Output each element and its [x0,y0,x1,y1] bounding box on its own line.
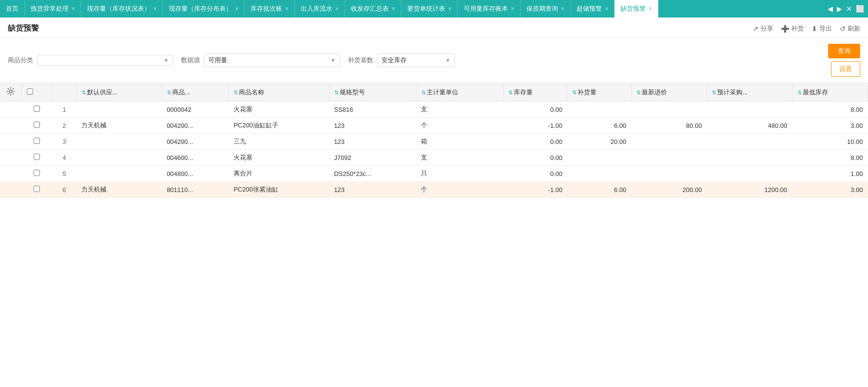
tab-item-available[interactable]: 可用量库存账本× [458,0,521,18]
row-name: 火花塞 [229,150,329,166]
select-all-checkbox[interactable] [27,88,33,95]
export-action[interactable]: ⬇导出 [812,24,832,33]
row-number: 1 [52,102,76,118]
filter-bar: 商品分类 ▼ 数据源 可用量 ▼ 补货基数 安全库存 ▼ 查询 设置 [0,38,868,83]
row-code: 004800... [162,166,229,182]
col-header-estimated[interactable]: ⇅预计采购... [707,83,792,102]
export-icon: ⬇ [812,25,817,33]
tab-close-available[interactable]: × [511,5,514,12]
row-stock: -1.00 [504,182,567,198]
tab-close-inventory-dist[interactable]: × [235,5,238,12]
row-checkbox[interactable] [34,106,40,112]
row-supplier [76,150,162,166]
row-unit: 支 [416,102,503,118]
share-action[interactable]: ↗分享 [753,24,773,33]
page-content: 缺货预警 ↗分享➕补货⬇导出↺刷新 商品分类 ▼ 数据源 可用量 ▼ 补货基数 … [0,18,868,387]
tab-item-overstock[interactable]: 超储预警× [571,0,615,18]
row-checkbox[interactable] [34,154,40,160]
replenish-label: 补货基数 [348,56,373,65]
row-checkbox-cell[interactable] [21,102,52,118]
col-header-min_stock[interactable]: ⇅最低库存 [792,83,868,102]
row-checkbox-cell[interactable] [21,182,52,198]
replenish-select[interactable]: 安全库存 ▼ [377,53,455,67]
tab-item-exception[interactable]: 拣货异常处理× [25,0,81,18]
share-label: 分享 [760,24,773,33]
row-estimated [707,166,792,182]
col-header-supplier[interactable]: ⇅默认供应... [76,83,162,102]
tab-navigation: ◀ ▶ ✕ ⬜ [824,5,868,13]
row-number: 5 [52,166,76,182]
tab-item-inventory-status[interactable]: 现存量（库存状况表）× [81,0,163,18]
row-checkbox-cell[interactable] [21,150,52,166]
row-checkbox-cell[interactable] [21,134,52,150]
tab-close-expiry[interactable]: × [561,5,564,12]
tab-close-all-button[interactable]: ✕ [844,5,854,13]
col-label-latest_price: 最新进价 [642,88,667,96]
row-stock: 0.00 [504,166,567,182]
row-estimated: 480.00 [707,118,792,134]
tab-close-requisition[interactable]: × [448,5,452,12]
row-checkbox[interactable] [34,186,40,192]
row-min-stock: 3.00 [792,118,868,134]
row-latest-price [631,166,706,182]
table-header-row: ⇅默认供应...⇅商品...⇅商品名称⇅规格型号⇅主计量单位⇅库存量⇅补货量⇅最… [0,83,868,102]
row-latest-price [631,134,706,150]
col-header-code[interactable]: ⇅商品... [162,83,229,102]
refresh-icon: ↺ [840,25,846,33]
tab-close-shortage[interactable]: × [649,5,652,12]
tab-item-requisition[interactable]: 要货单统计表× [401,0,458,18]
col-label-estimated: 预计采购... [717,88,748,96]
tab-item-inventory-dist[interactable]: 现存量（库存分布表）× [163,0,245,18]
datasource-select[interactable]: 可用量 ▼ [204,53,340,67]
row-checkbox-cell[interactable] [21,166,52,182]
row-number: 6 [52,182,76,198]
table-row: 4004600...火花塞J7092支0.008.00 [0,150,868,166]
tab-item-expiry[interactable]: 保质期查询× [521,0,571,18]
row-name: 火花塞 [229,102,329,118]
col-header-unit[interactable]: ⇅主计量单位 [416,83,503,102]
col-header-spec[interactable]: ⇅规格型号 [329,83,416,102]
datasource-value: 可用量 [208,56,227,65]
col-label-stock: 库存量 [514,88,533,96]
col-header-latest_price[interactable]: ⇅最新进价 [631,83,706,102]
sort-icon-name: ⇅ [234,89,238,95]
tab-item-shortage[interactable]: 缺货预警× [615,0,658,18]
tab-item-home[interactable]: 首页 [0,0,25,18]
category-select[interactable]: ▼ [37,55,173,66]
tab-prev-button[interactable]: ◀ [826,5,835,13]
col-header-replenish_qty[interactable]: ⇅补货量 [567,83,631,102]
row-checkbox-cell[interactable] [21,118,52,134]
tab-maximize-button[interactable]: ⬜ [854,5,866,13]
tab-item-collect[interactable]: 收发存汇总表× [345,0,401,18]
col-label-code: 商品... [172,88,190,96]
col-header-name[interactable]: ⇅商品名称 [229,83,329,102]
replenish-action[interactable]: ➕补货 [781,24,804,33]
row-checkbox[interactable] [34,138,40,144]
export-label: 导出 [819,24,832,33]
row-checkbox[interactable] [34,122,40,128]
row-unit: 个 [416,118,503,134]
tab-close-inventory-status[interactable]: × [153,5,157,12]
row-stock: 0.00 [504,134,567,150]
settings-button[interactable]: 设置 [831,61,860,77]
refresh-action[interactable]: ↺刷新 [840,24,860,33]
settings-gear-icon[interactable] [6,87,15,96]
tab-close-collect[interactable]: × [392,5,395,12]
row-unit: 只 [416,166,503,182]
col-label-name: 商品名称 [239,88,264,96]
tab-item-batch-account[interactable]: 库存批次账× [245,0,295,18]
tab-close-exception[interactable]: × [72,5,75,12]
query-button[interactable]: 查询 [828,44,860,58]
tab-item-flow[interactable]: 出入库流水× [295,0,345,18]
row-checkbox[interactable] [34,170,40,176]
row-supplier [76,102,162,118]
col-header-stock[interactable]: ⇅库存量 [504,83,567,102]
svg-point-0 [9,90,12,93]
tab-close-flow[interactable]: × [335,5,339,12]
tab-close-batch-account[interactable]: × [285,5,289,12]
tab-next-button[interactable]: ▶ [835,5,844,13]
tab-close-overstock[interactable]: × [605,5,608,12]
row-estimated: 1200.00 [707,182,792,198]
row-min-stock: 10.00 [792,134,868,150]
col-label-min_stock: 最低库存 [803,88,828,96]
